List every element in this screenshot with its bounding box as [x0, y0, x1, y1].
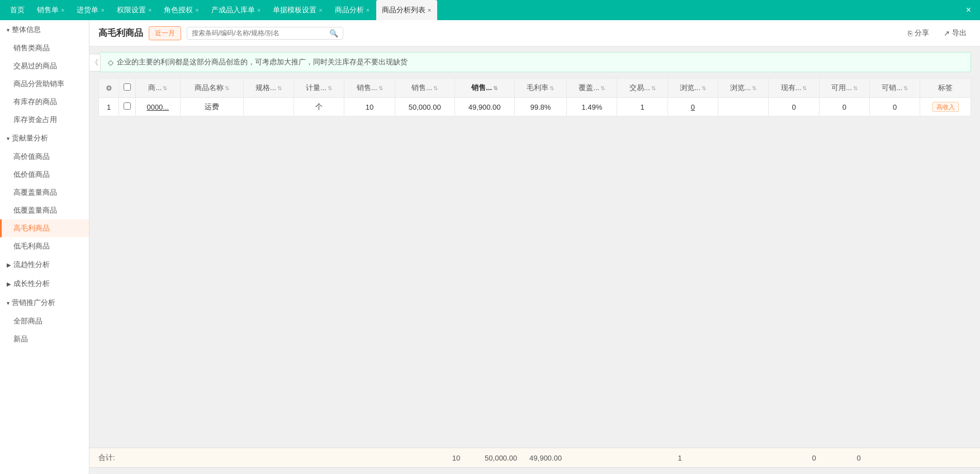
col-code[interactable]: 商... ⇅ — [136, 78, 181, 98]
col-browse1[interactable]: 浏览... ⇅ — [667, 78, 718, 98]
export-button[interactable]: ↗ 导出 — [939, 26, 971, 40]
nav-permissions[interactable]: 权限设置 × — [111, 0, 157, 20]
footer-total: 合计: 10 50,000.00 49,900.00 1 0 0 — [89, 447, 980, 467]
col-sales3[interactable]: 销售... ⇅ — [455, 78, 514, 98]
sort-icon-browse2: ⇅ — [752, 85, 756, 91]
footer-spacer6 — [568, 454, 613, 462]
sidebar-item-low-coverage[interactable]: 低覆盖量商品 — [0, 201, 89, 219]
nav-product-analysis[interactable]: 商品分析 × — [329, 0, 375, 20]
nav-template-settings-close[interactable]: × — [319, 7, 322, 13]
select-all-checkbox[interactable] — [124, 83, 131, 91]
sidebar-collapse-button[interactable]: 《 — [89, 54, 101, 72]
col-current[interactable]: 现有... ⇅ — [769, 78, 819, 98]
arrow-down-icon-2: ▾ — [7, 135, 10, 142]
sidebar-item-low-value[interactable]: 低价值商品 — [0, 166, 89, 184]
footer-spacer1 — [210, 454, 255, 462]
search-icon[interactable]: 🔍 — [329, 29, 338, 37]
tag-badge: 高收入 — [932, 102, 959, 112]
cell-sales3: 49,900.00 — [455, 98, 514, 116]
cell-checkbox[interactable] — [119, 98, 136, 116]
footer-available: 0 — [836, 454, 881, 462]
col-spec[interactable]: 规格... ⇅ — [243, 78, 293, 98]
sidebar-item-high-margin[interactable]: 高毛利商品 — [0, 219, 89, 237]
table-wrapper[interactable]: ⚙ 商... ⇅ 商品名称 — [89, 72, 980, 447]
cell-browse1[interactable]: 0 — [667, 98, 718, 116]
sort-icon-name: ⇅ — [225, 85, 229, 91]
col-transaction[interactable]: 交易... ⇅ — [617, 78, 667, 98]
footer-values: 10 50,000.00 49,900.00 1 0 0 — [210, 454, 881, 462]
code-link[interactable]: 0000... — [146, 103, 169, 111]
sort-icon-transaction: ⇅ — [651, 85, 656, 91]
nav-purchase[interactable]: 进货单 × — [71, 0, 110, 20]
nav-product-inbound-close[interactable]: × — [257, 7, 261, 13]
nav-permissions-close[interactable]: × — [148, 7, 152, 13]
info-text: 企业的主要的利润都是这部分商品创造的，可考虑加大推广，同时关注库存是不要出现缺货 — [117, 57, 408, 67]
sidebar-item-sales-rate[interactable]: 商品分营助销率 — [0, 75, 89, 93]
nav-roles-close[interactable]: × — [195, 7, 198, 13]
search-input[interactable] — [192, 29, 327, 37]
col-browse2[interactable]: 浏览... ⇅ — [718, 78, 769, 98]
sort-icon-spec: ⇅ — [277, 85, 282, 91]
table-row: 1 0000... 运费 个 10 50,000.00 49,900.00 99… — [99, 98, 971, 116]
col-tag: 标签 — [920, 78, 971, 98]
goods-table: ⚙ 商... ⇅ 商品名称 — [98, 78, 971, 116]
sidebar-group-contribution[interactable]: ▾ 贡献量分析 — [0, 129, 89, 148]
cell-transaction: 1 — [617, 98, 667, 116]
sidebar: ▾ 整体信息 销售类商品 交易过的商品 商品分营助销率 有库存的商品 库存资金占… — [0, 20, 89, 474]
browse1-link[interactable]: 0 — [691, 103, 695, 111]
col-sales2[interactable]: 销售... ⇅ — [395, 78, 455, 98]
sidebar-group-trend[interactable]: ▶ 流趋性分析 — [0, 255, 89, 274]
sidebar-item-low-margin[interactable]: 低毛利商品 — [0, 237, 89, 255]
col-settings[interactable]: ⚙ — [99, 78, 119, 98]
footer-sales2: 50,000.00 — [479, 454, 523, 462]
nav-purchase-close[interactable]: × — [101, 7, 104, 13]
nav-product-inbound[interactable]: 产成品入库单 × — [206, 0, 266, 20]
nav-sales-close[interactable]: × — [61, 7, 64, 13]
nav-home[interactable]: 首页 — [4, 0, 30, 20]
sidebar-group-overall[interactable]: ▾ 整体信息 — [0, 20, 89, 39]
sort-icon-sales1: ⇅ — [378, 85, 383, 91]
cell-current: 0 — [769, 98, 819, 116]
col-name[interactable]: 商品名称 ⇅ — [180, 78, 243, 98]
col-checkbox — [119, 78, 136, 98]
nav-product-analysis-close[interactable]: × — [366, 7, 370, 13]
nav-template-settings[interactable]: 单据模板设置 × — [267, 0, 328, 20]
share-button[interactable]: ⎘ 分享 — [903, 26, 934, 40]
col-saleable[interactable]: 可销... ⇅ — [870, 78, 920, 98]
sidebar-item-high-value[interactable]: 高价值商品 — [0, 148, 89, 166]
sidebar-item-inventory-capital[interactable]: 库存资金占用 — [0, 111, 89, 129]
sidebar-item-traded-goods[interactable]: 交易过的商品 — [0, 57, 89, 75]
footer-current: 0 — [792, 454, 836, 462]
nav-roles[interactable]: 角色授权 × — [158, 0, 204, 20]
footer-spacer9 — [747, 454, 792, 462]
sort-icon: ⇅ — [163, 85, 167, 91]
close-all-tabs[interactable]: × — [962, 5, 976, 15]
row-checkbox[interactable] — [124, 102, 131, 110]
nav-product-analysis-list-close[interactable]: × — [428, 7, 431, 13]
col-gross-margin[interactable]: 毛利率 ⇅ — [514, 78, 567, 98]
cell-sales2: 50,000.00 — [395, 98, 455, 116]
bottom-scrollbar[interactable] — [89, 467, 980, 474]
sidebar-item-high-coverage[interactable]: 高覆盖量商品 — [0, 184, 89, 201]
sidebar-item-new-goods[interactable]: 新品 — [0, 330, 89, 348]
sidebar-item-all-goods[interactable]: 全部商品 — [0, 312, 89, 330]
col-coverage[interactable]: 覆盖... ⇅ — [567, 78, 617, 98]
nav-sales[interactable]: 销售单 × — [31, 0, 70, 20]
cell-code[interactable]: 0000... — [136, 98, 181, 116]
col-sales1[interactable]: 销售... ⇅ — [344, 78, 395, 98]
content-area: 高毛利商品 近一月 🔍 ⎘ 分享 ↗ 导出 ◇ 企业的主要的利润都是这部分商品创… — [89, 20, 980, 474]
nav-product-analysis-list[interactable]: 商品分析列表 × — [376, 0, 437, 20]
cell-tag: 高收入 — [920, 98, 971, 116]
sidebar-item-in-stock[interactable]: 有库存的商品 — [0, 93, 89, 111]
sidebar-group-marketing[interactable]: ▾ 营销推广分析 — [0, 293, 89, 312]
cell-gross-margin: 99.8% — [514, 98, 567, 116]
col-available[interactable]: 可用... ⇅ — [819, 78, 869, 98]
sort-icon-saleable: ⇅ — [903, 85, 908, 91]
settings-icon[interactable]: ⚙ — [106, 84, 112, 92]
col-unit[interactable]: 计量... ⇅ — [294, 78, 344, 98]
footer-spacer2 — [255, 454, 300, 462]
sidebar-item-sales-goods[interactable]: 销售类商品 — [0, 39, 89, 57]
footer-spacer5 — [389, 454, 434, 462]
filter-last-month-button[interactable]: 近一月 — [149, 26, 181, 40]
sidebar-group-growth[interactable]: ▶ 成长性分析 — [0, 274, 89, 293]
